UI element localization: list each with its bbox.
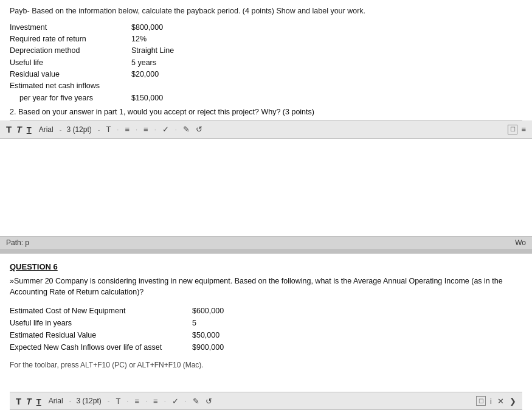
right-icon-expand[interactable]: ❯: [508, 397, 517, 406]
path-bar: Path: p Wo: [0, 236, 532, 249]
text-color-icon-2[interactable]: T: [114, 397, 122, 406]
label-useful-life: Useful life: [10, 57, 131, 69]
sep6: ·: [175, 126, 177, 133]
value-investment: $800,000: [131, 22, 163, 33]
right-icon-close[interactable]: ✕: [496, 397, 505, 406]
label-useful-life-q6: Useful life in years: [10, 317, 192, 329]
top-section: Payb- Based on the information below, ca…: [0, 0, 532, 120]
page-container: Payb- Based on the information below, ca…: [0, 0, 532, 410]
table-row: Estimated Cost of New Equipment $600,000: [10, 305, 522, 317]
text-format-buttons: T T T: [5, 124, 33, 134]
right-icon-info[interactable]: i: [489, 397, 493, 406]
sep5: ·: [154, 126, 156, 133]
table-row: Depreciation method Straight Line: [10, 45, 522, 57]
text-color-icon[interactable]: T: [105, 125, 112, 134]
undo-icon-2[interactable]: ↺: [204, 397, 213, 406]
toolbar-1: T T T Arial - 3 (12pt) - T · ≡ · ≡ · ✓ ·…: [0, 120, 532, 139]
table-row: Expected New Cash Inflows over life of a…: [10, 341, 522, 353]
table-row: Required rate of return 12%: [10, 33, 522, 45]
table-row: Estimated net cash inflows: [10, 80, 522, 92]
italic-button[interactable]: T: [15, 125, 23, 134]
sep1: -: [60, 126, 62, 133]
value-useful-life-q6: 5: [192, 317, 196, 329]
value-equipment-cost: $600,000: [192, 305, 224, 317]
toolbar-2-right: ☐ i ✕ ❯: [476, 396, 517, 406]
section-divider: [0, 249, 532, 254]
path-text: Path: p: [6, 238, 29, 247]
bold-button-2[interactable]: T: [15, 396, 22, 406]
check-icon[interactable]: ✓: [161, 125, 170, 134]
value-residual: $20,000: [131, 69, 159, 80]
table-row: Investment $800,000: [10, 22, 522, 33]
sep-b6: ·: [185, 397, 187, 405]
bottom-section: QUESTION 6 »Summer 20 Company is conside…: [0, 254, 532, 410]
indent-icon[interactable]: ≡: [142, 125, 150, 134]
label-equipment-cost: Estimated Cost of New Equipment: [10, 305, 192, 317]
right-icon-save[interactable]: ☐: [476, 396, 486, 406]
question-body: »Summer 20 Company is considering invest…: [10, 276, 522, 297]
label-residual: Residual value: [10, 69, 131, 80]
sep2: -: [98, 126, 100, 133]
underline-button[interactable]: T: [26, 125, 33, 134]
italic-button-2[interactable]: T: [25, 397, 33, 406]
bold-button[interactable]: T: [5, 124, 13, 134]
table-row: Useful life in years 5: [10, 317, 522, 329]
undo-icon[interactable]: ↺: [195, 125, 204, 134]
label-depreciation: Depreciation method: [10, 45, 131, 57]
label-investment: Investment: [10, 22, 131, 33]
edit-icon[interactable]: ✎: [182, 125, 191, 134]
value-useful-life: 5 years: [131, 57, 156, 69]
list-icon[interactable]: ≡: [123, 125, 131, 134]
font-selector[interactable]: Arial: [39, 125, 54, 134]
sep-b4: ·: [145, 397, 147, 405]
label-cash-inflows: Expected New Cash Inflows over life of a…: [10, 341, 192, 353]
right-icon-2[interactable]: ≡: [520, 125, 527, 134]
value-residual-q6: $50,000: [192, 329, 219, 341]
list-icon-2[interactable]: ≡: [133, 397, 140, 406]
table-row: per year for five years $150,000: [10, 92, 522, 104]
underline-button-2[interactable]: T: [35, 397, 43, 406]
size-selector-2[interactable]: 3 (12pt): [76, 397, 101, 405]
word-count: Wo: [515, 238, 526, 247]
editor-area-1[interactable]: [0, 139, 532, 236]
right-icon-1[interactable]: ☐: [508, 125, 517, 134]
toolbar-hint: For the toolbar, press ALT+F10 (PC) or A…: [10, 361, 522, 369]
sep-b2: -: [108, 397, 110, 405]
label-per-year: per year for five years: [10, 92, 131, 104]
table-row: Estimated Residual Value $50,000: [10, 329, 522, 341]
label-estimated-header: Estimated net cash inflows: [10, 80, 131, 92]
table-row: Residual value $20,000: [10, 69, 522, 80]
sep-b1: -: [69, 397, 72, 405]
value-rate: 12%: [131, 33, 147, 45]
table-row: Useful life 5 years: [10, 57, 522, 69]
sep3: ·: [117, 126, 119, 133]
label-residual-q6: Estimated Residual Value: [10, 329, 192, 341]
edit-icon-2[interactable]: ✎: [192, 397, 201, 406]
question-header: Payb- Based on the information below, ca…: [10, 6, 522, 17]
toolbar-2: T T T Arial - 3 (12pt) - T · ≡ · ≡ · ✓ ·…: [10, 392, 522, 410]
label-rate: Required rate of return: [10, 33, 131, 45]
part2-question: 2. Based on your answer in part 1, would…: [10, 108, 522, 120]
toolbar-right-icons: ☐ ≡: [508, 125, 527, 134]
q6-data-table: Estimated Cost of New Equipment $600,000…: [10, 305, 522, 353]
text-format-buttons-2: T T T: [15, 396, 43, 406]
sep-b5: ·: [164, 397, 166, 405]
value-cash-inflows: $900,000: [192, 341, 224, 353]
indent-icon-2[interactable]: ≡: [152, 397, 159, 406]
value-depreciation: Straight Line: [131, 45, 174, 57]
question-number: QUESTION 6: [10, 262, 522, 271]
sep-b3: ·: [126, 397, 128, 405]
check-icon-2[interactable]: ✓: [171, 397, 180, 406]
font-selector-2[interactable]: Arial: [49, 397, 63, 405]
size-selector[interactable]: 3 (12pt): [66, 125, 91, 134]
value-per-year: $150,000: [131, 92, 163, 104]
data-table-top: Investment $800,000 Required rate of ret…: [10, 22, 522, 105]
sep4: ·: [136, 126, 137, 133]
